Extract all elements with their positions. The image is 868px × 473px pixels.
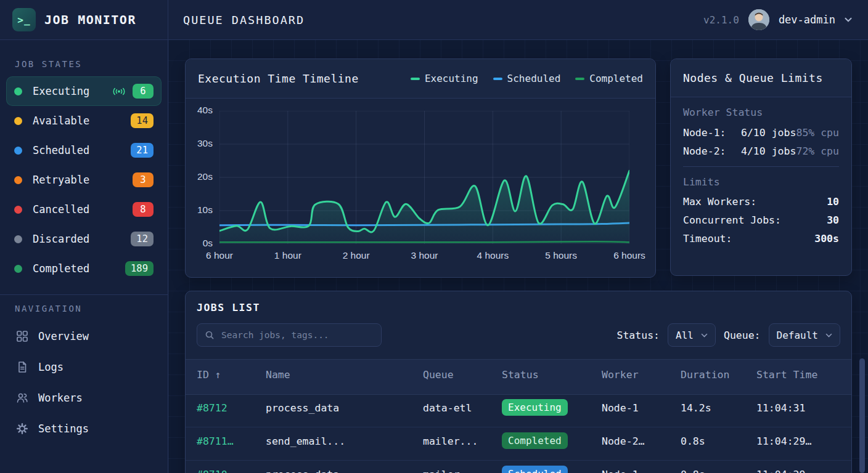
search-icon xyxy=(205,330,215,340)
job-name: process_data xyxy=(266,402,339,414)
top-bar: >_ JOB MONITOR QUEUE DASHBOARD v2.1.0 de… xyxy=(0,0,868,40)
timeline-plot xyxy=(219,111,629,244)
column-header-name[interactable]: Name xyxy=(266,369,290,381)
sidebar-item-completed[interactable]: Completed 189 xyxy=(6,254,162,283)
sidebar-item-discarded[interactable]: Discarded 12 xyxy=(6,224,162,254)
navigation-section-title: NAVIGATION xyxy=(15,304,168,313)
y-axis-tick: 0s xyxy=(184,238,213,249)
legend-item-scheduled[interactable]: Scheduled xyxy=(493,73,561,84)
x-axis-tick: 2 hour xyxy=(343,250,370,261)
y-axis-tick: 10s xyxy=(184,204,213,216)
chevron-down-icon[interactable] xyxy=(845,17,852,22)
scheduled-dot-icon xyxy=(14,147,22,155)
count-badge: 3 xyxy=(133,172,154,187)
sidebar-item-workers[interactable]: Workers xyxy=(0,382,168,413)
status-badge: Executing xyxy=(502,399,568,416)
search-box xyxy=(197,323,382,347)
x-axis-tick: 3 hour xyxy=(411,250,438,261)
column-header-start[interactable]: Start Time xyxy=(756,369,817,381)
avatar[interactable] xyxy=(748,9,769,30)
search-input[interactable] xyxy=(220,329,374,341)
job-states-section-title: JOB STATES xyxy=(15,59,168,69)
column-header-worker[interactable]: Worker xyxy=(602,369,639,381)
job-id-link[interactable]: #8712 xyxy=(197,402,227,414)
state-label: Scheduled xyxy=(33,144,131,156)
column-header-queue[interactable]: Queue xyxy=(423,369,454,381)
page-zone: QUEUE DASHBOARD v2.1.0 dev-admin xyxy=(168,0,868,39)
users-icon xyxy=(16,392,28,404)
sidebar-divider xyxy=(0,294,168,295)
limit-row-max-workers: Max Workers: 10 xyxy=(683,196,839,208)
sidebar-item-settings[interactable]: Settings xyxy=(0,413,168,444)
worker-row-node-1: Node-1: 6/10 jobs 85% cpu xyxy=(683,127,839,139)
nodes-card: Nodes & Queue Limits Worker Status Node-… xyxy=(670,59,852,276)
x-axis-tick: 5 hours xyxy=(545,250,577,261)
main-content: Execution Time Timeline Executing Schedu… xyxy=(168,39,868,473)
chevron-down-icon xyxy=(701,333,708,338)
x-axis-tick: 4 hours xyxy=(477,250,509,261)
status-badge: Scheduled xyxy=(502,466,568,473)
nav-label: Settings xyxy=(38,422,89,435)
nav-label: Workers xyxy=(38,392,83,404)
column-header-id[interactable]: ID ↑ xyxy=(197,369,221,381)
sidebar-item-executing[interactable]: Executing 6 xyxy=(6,76,162,106)
status-filter-label: Status: xyxy=(617,329,660,341)
user-menu[interactable]: dev-admin xyxy=(779,14,835,26)
state-label: Retryable xyxy=(33,174,133,186)
table-row[interactable]: #8712 process_data data-etl Executing No… xyxy=(186,394,851,427)
sidebar-item-logs[interactable]: Logs xyxy=(0,352,168,382)
sidebar-item-scheduled[interactable]: Scheduled 21 xyxy=(6,135,162,165)
table-row[interactable]: #8711… send_email... mailer... Completed… xyxy=(186,427,851,461)
nav-label: Logs xyxy=(38,361,63,373)
y-axis-tick: 20s xyxy=(184,171,213,182)
completed-dot-icon xyxy=(14,265,22,273)
job-start-time: 11:04:31 xyxy=(756,402,805,414)
job-duration: 0.8s xyxy=(681,469,705,473)
jobs-list-title: JOBS LIST xyxy=(197,302,851,313)
column-header-status[interactable]: Status xyxy=(502,369,539,381)
chart-legend: Executing Scheduled Completed xyxy=(411,73,643,84)
queue-select[interactable]: Default xyxy=(769,323,840,347)
job-duration: 14.2s xyxy=(681,402,711,414)
job-worker: Node-2… xyxy=(602,435,645,447)
job-id-link[interactable]: #8711… xyxy=(197,435,234,447)
state-label: Completed xyxy=(33,262,125,275)
sidebar-item-retryable[interactable]: Retryable 3 xyxy=(6,165,162,195)
nodes-title: Nodes & Queue Limits xyxy=(683,71,823,84)
nav-label: Overview xyxy=(38,330,89,342)
nodes-divider xyxy=(683,166,839,167)
count-badge: 12 xyxy=(131,232,154,246)
timeline-card-header: Execution Time Timeline Executing Schedu… xyxy=(186,59,655,99)
discarded-dot-icon xyxy=(14,235,22,243)
job-queue: data-etl xyxy=(423,402,472,414)
logo-glyph: >_ xyxy=(17,14,30,26)
sidebar-item-cancelled[interactable]: Cancelled 8 xyxy=(6,195,162,224)
state-label: Discarded xyxy=(33,233,131,245)
sidebar-item-overview[interactable]: Overview xyxy=(0,321,168,352)
brand-title: JOB MONITOR xyxy=(44,12,136,27)
terminal-logo-icon: >_ xyxy=(12,8,36,31)
sidebar-item-available[interactable]: Available 14 xyxy=(6,106,162,135)
table-row[interactable]: #8710 process_data mailer Scheduled Node… xyxy=(186,460,851,473)
cancelled-dot-icon xyxy=(14,206,22,214)
job-id-link[interactable]: #8710 xyxy=(197,469,227,473)
job-name: process_data xyxy=(266,469,339,473)
limit-row-timeout: Timeout: 300s xyxy=(683,233,839,245)
job-duration: 0.8s xyxy=(681,435,705,447)
queue-filter-label: Queue: xyxy=(724,329,761,341)
count-badge: 189 xyxy=(125,261,154,276)
legend-dash-icon xyxy=(493,78,502,80)
count-badge: 21 xyxy=(131,143,154,158)
executing-dot-icon xyxy=(14,87,22,95)
status-badge: Completed xyxy=(502,432,568,449)
job-start-time: 11:04:29… xyxy=(756,435,811,447)
x-axis-tick: 6 hours xyxy=(613,250,645,261)
state-label: Cancelled xyxy=(33,203,133,216)
legend-item-completed[interactable]: Completed xyxy=(575,73,643,84)
table-scrollbar[interactable] xyxy=(859,358,865,473)
status-select[interactable]: All xyxy=(668,323,716,347)
x-axis-tick: 6 hour xyxy=(206,250,233,261)
legend-item-executing[interactable]: Executing xyxy=(411,73,478,84)
job-queue: mailer... xyxy=(423,435,478,447)
column-header-duration[interactable]: Duration xyxy=(681,369,729,381)
